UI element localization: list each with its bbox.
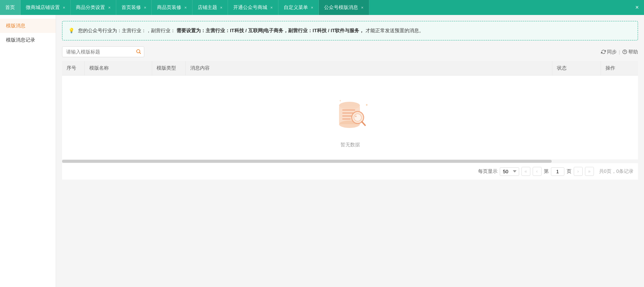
table-header-row: 序号 模版名称 模版类型 消息内容 状态 [62, 61, 638, 76]
close-template-msg-icon[interactable]: × [361, 6, 363, 10]
next-page-button[interactable]: › [574, 167, 583, 176]
toolbar-right: 同步 | 帮助 [601, 49, 638, 55]
global-close-button[interactable]: × [630, 0, 644, 15]
nav-item-custom-menu[interactable]: 自定义菜单 × [278, 0, 319, 15]
close-shop-theme-icon[interactable]: × [220, 6, 222, 10]
col-header-index: 序号 [62, 61, 84, 76]
pipe-divider: | [619, 49, 620, 55]
search-wrap [62, 46, 144, 57]
top-nav: 首页 微商城店铺设置 × 商品分类设置 × 首页装修 × 商品页装修 × 店铺主… [0, 0, 644, 15]
nav-item-home[interactable]: 首页 [0, 0, 21, 15]
page-input[interactable] [551, 167, 564, 176]
scroll-thumb[interactable] [62, 160, 552, 163]
pagination-bar: 每页显示 10 20 50 100 « ‹ 第 页 › [62, 163, 638, 180]
svg-point-14 [355, 116, 357, 117]
nav-item-product-decor[interactable]: 商品页装修 × [152, 0, 192, 15]
sync-icon [601, 49, 606, 54]
close-custom-menu-icon[interactable]: × [311, 6, 313, 10]
next-page-icon: › [577, 169, 579, 174]
empty-icon: ✦ ✦ [328, 91, 373, 135]
nav-label-wechat-shop: 微商城店铺设置 [26, 4, 60, 11]
nav-label-product-decor: 商品页装修 [157, 4, 181, 11]
search-icon [136, 49, 141, 54]
col-header-action: 操作 [601, 61, 638, 76]
col-header-content: 消息内容 [185, 61, 552, 76]
svg-text:✦: ✦ [365, 103, 368, 107]
per-page-label: 每页显示 [478, 168, 497, 175]
col-header-status: 状态 [552, 61, 601, 76]
search-input[interactable] [62, 46, 144, 57]
notice-box: 💡 您的公众号行业为：主营行业：，副营行业： 需要设置为：主营行业：IT科技 /… [62, 21, 638, 40]
per-page-select[interactable]: 10 20 50 100 [500, 167, 519, 176]
main-layout: 模版消息 模版消息记录 💡 您的公众号行业为：主营行业：，副营行业： 需要设置为… [0, 15, 644, 287]
scroll-track[interactable] [62, 159, 638, 163]
page-unit: 页 [567, 168, 571, 175]
first-page-button[interactable]: « [521, 167, 530, 176]
help-label: 帮助 [628, 49, 638, 55]
nav-label-open-mall: 开通公众号商城 [233, 4, 267, 11]
prev-page-icon: ‹ [536, 169, 538, 174]
nav-item-open-mall[interactable]: 开通公众号商城 × [228, 0, 278, 15]
last-page-button[interactable]: » [585, 167, 594, 176]
nav-label-home-decor: 首页装修 [121, 4, 141, 11]
sidebar-label-template-message: 模版消息 [6, 23, 25, 28]
notice-bulb-icon: 💡 [68, 28, 74, 33]
nav-item-shop-theme[interactable]: 店铺主题 × [192, 0, 228, 15]
close-wechat-shop-icon[interactable]: × [63, 6, 65, 10]
close-open-mall-icon[interactable]: × [270, 6, 272, 10]
first-page-icon: « [524, 169, 527, 174]
sidebar-label-template-message-log: 模版消息记录 [6, 37, 35, 43]
help-icon [622, 49, 627, 54]
nav-label-template-msg: 公众号模版消息 [324, 4, 358, 11]
toolbar: 同步 | 帮助 [62, 46, 638, 57]
sidebar-item-template-message[interactable]: 模版消息 [0, 19, 56, 33]
nav-item-wechat-shop[interactable]: 微商城店铺设置 × [21, 0, 71, 15]
close-product-category-icon[interactable]: × [108, 6, 110, 10]
empty-state-row: ✦ ✦ 暂无数据 [62, 76, 638, 160]
svg-line-1 [139, 52, 141, 54]
help-button[interactable]: 帮助 [622, 49, 638, 55]
nav-item-home-decor[interactable]: 首页装修 × [116, 0, 152, 15]
nav-label-custom-menu: 自定义菜单 [284, 4, 308, 11]
svg-text:✦: ✦ [339, 99, 342, 103]
last-page-icon: » [588, 169, 591, 174]
sidebar: 模版消息 模版消息记录 [0, 15, 56, 287]
prev-page-button[interactable]: ‹ [533, 167, 542, 176]
svg-line-13 [362, 122, 365, 125]
svg-point-12 [354, 114, 361, 121]
sidebar-item-template-message-log[interactable]: 模版消息记录 [0, 33, 56, 47]
nav-label-product-category: 商品分类设置 [76, 4, 105, 11]
close-product-decor-icon[interactable]: × [184, 6, 187, 10]
col-header-type: 模版类型 [152, 61, 185, 76]
sync-button[interactable]: 同步 [601, 49, 617, 55]
total-info: 共0页，0条记录 [599, 168, 634, 175]
nav-label-home: 首页 [5, 4, 15, 11]
global-close-icon: × [635, 4, 639, 11]
table-wrapper: 序号 模版名称 模版类型 消息内容 状态 [62, 61, 638, 180]
page-label: 第 [544, 168, 549, 175]
empty-illustration: ✦ ✦ [328, 91, 373, 135]
empty-text: 暂无数据 [62, 141, 638, 148]
col-header-name: 模版名称 [84, 61, 152, 76]
data-table: 序号 模版名称 模版类型 消息内容 状态 [62, 61, 638, 159]
notice-suffix: 才能正常发送预置的消息。 [366, 28, 424, 33]
nav-item-product-category[interactable]: 商品分类设置 × [71, 0, 116, 15]
content-area: 💡 您的公众号行业为：主营行业：，副营行业： 需要设置为：主营行业：IT科技 /… [56, 15, 644, 287]
notice-prefix: 您的公众号行业为：主营行业：，副营行业： [78, 28, 175, 33]
nav-item-template-msg[interactable]: 公众号模版消息 × [319, 0, 369, 15]
notice-highlight: 需要设置为：主营行业：IT科技 / 互联网|电子商务，副营行业：IT科技 / I… [176, 28, 364, 33]
empty-state: ✦ ✦ 暂无数据 [62, 76, 638, 159]
close-home-decor-icon[interactable]: × [144, 6, 146, 10]
search-button[interactable] [136, 49, 141, 55]
sync-label: 同步 [607, 49, 617, 55]
nav-label-shop-theme: 店铺主题 [198, 4, 217, 11]
